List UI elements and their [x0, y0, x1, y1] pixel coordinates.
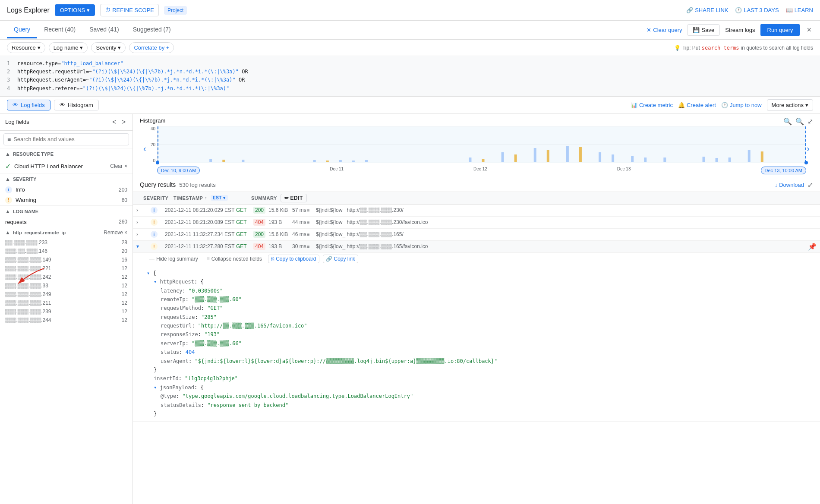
- pin-button[interactable]: 📌: [808, 243, 817, 251]
- chevron-up-icon: ▲: [5, 151, 10, 157]
- expand-arrow-icon[interactable]: ›: [136, 219, 143, 225]
- create-metric-button[interactable]: 📊 Create metric: [631, 102, 673, 108]
- eye-icon: 👁: [13, 102, 18, 108]
- sub-tab-histogram[interactable]: 👁 Histogram: [54, 100, 99, 110]
- hist-dot-right[interactable]: [804, 161, 808, 164]
- sort-asc-icon: ↑: [205, 195, 207, 200]
- copy-link-button[interactable]: 🔗 Copy link: [323, 255, 358, 263]
- clear-button[interactable]: Clear: [110, 163, 123, 169]
- filter-row: Resource ▾ Log name ▾ Severity ▾ Correla…: [0, 40, 820, 56]
- info-severity-icon: i: [151, 207, 158, 214]
- row-timestamp: 2021-12-11 11:32:27.234 EST: [165, 231, 236, 237]
- ip-item[interactable]: ▒▒▒.▒▒▒.▒▒▒.221 12: [0, 264, 132, 273]
- log-row[interactable]: › i 2021-12-11 11:32:27.234 EST GET 200 …: [133, 229, 820, 241]
- stream-logs-button[interactable]: Stream logs: [725, 27, 755, 33]
- pencil-icon: ✏: [284, 195, 289, 201]
- row-status: 404: [253, 219, 268, 225]
- tab-saved[interactable]: Saved (41): [82, 22, 126, 38]
- close-button[interactable]: ×: [805, 24, 813, 36]
- zoom-in-icon[interactable]: 🔍: [783, 117, 792, 126]
- remove-button[interactable]: Remove ×: [104, 230, 127, 236]
- chevron-up-icon: ▲: [5, 208, 10, 214]
- options-button[interactable]: OPTIONS ▾: [55, 4, 95, 16]
- remove-x-icon[interactable]: ×: [124, 163, 127, 169]
- edit-badge[interactable]: ✏ EDIT: [281, 194, 307, 202]
- panel-nav-right[interactable]: >: [120, 117, 127, 127]
- save-button[interactable]: 💾 Save: [687, 24, 720, 36]
- correlate-by-chip[interactable]: Correlate by +: [129, 42, 174, 53]
- row-status: 200: [253, 207, 268, 213]
- ip-item[interactable]: ▒▒▒.▒▒▒.▒▒▒.244 12: [0, 316, 132, 324]
- expand-arrow-icon[interactable]: ›: [136, 207, 143, 213]
- ip-item[interactable]: ▒▒▒.▒▒▒.▒▒▒.33 12: [0, 281, 132, 290]
- chevron-down-icon: ▾: [118, 44, 121, 51]
- log-name-chip[interactable]: Log name ▾: [49, 42, 88, 53]
- latency-icon: ≡: [307, 244, 310, 249]
- log-detail: — Hide log summary ≡ Collapse nested fie…: [133, 253, 820, 422]
- run-query-button[interactable]: Run query: [760, 24, 800, 36]
- ip-field-header: ▲ http_request.remote_ip Remove ×: [0, 227, 132, 238]
- tab-suggested[interactable]: Suggested (7): [126, 22, 178, 38]
- row-severity: i: [143, 231, 165, 238]
- expand-icon[interactable]: ⤢: [807, 117, 813, 126]
- expand-button[interactable]: ⤢: [807, 181, 813, 189]
- refine-scope-button[interactable]: ⏱ REFINE SCOPE: [100, 4, 159, 16]
- download-button[interactable]: ↓ Download: [775, 182, 804, 188]
- hist-dot-left[interactable]: [156, 161, 159, 164]
- log-row-expanded[interactable]: ▾ ! 2021-12-11 11:32:27.280 EST GET 404 …: [133, 241, 820, 253]
- sub-tab-log-fields[interactable]: 👁 Log fields: [7, 100, 50, 110]
- query-results-count: 530 log results: [179, 182, 216, 188]
- ip-item[interactable]: ▒▒▒.▒▒▒.▒▒▒.149 16: [0, 255, 132, 264]
- row-size: 193 B: [268, 219, 292, 225]
- results-table: › i 2021-12-11 08:21:20.029 EST GET 200 …: [133, 205, 820, 504]
- log-name-requests-item[interactable]: requests 260: [0, 217, 132, 227]
- histogram-nav-right[interactable]: ›: [807, 144, 810, 154]
- learn-button[interactable]: 📖 LEARN: [786, 7, 813, 13]
- resource-type-section-header[interactable]: ▲ RESOURCE TYPE: [0, 148, 132, 160]
- ip-item[interactable]: ▒▒.▒▒▒.▒▒▒.233 28: [0, 238, 132, 247]
- histogram-nav-left[interactable]: ‹: [143, 144, 146, 154]
- tab-recent[interactable]: Recent (40): [37, 22, 82, 38]
- query-editor[interactable]: 1 resource.type="http_load_balancer" 2 h…: [0, 56, 820, 97]
- last-3-days-button[interactable]: 🕐 LAST 3 DAYS: [735, 7, 779, 13]
- clear-query-button[interactable]: ✕ Clear query: [647, 27, 682, 33]
- ip-item[interactable]: ▒▒▒.▒▒.▒▒▒.146 20: [0, 247, 132, 255]
- ip-item[interactable]: ▒▒▒.▒▒▒.▒▒▒.239 12: [0, 307, 132, 316]
- log-row[interactable]: › i 2021-12-11 08:21:20.029 EST GET 200 …: [133, 205, 820, 217]
- resource-chip[interactable]: Resource ▾: [7, 42, 45, 53]
- query-results-title: Query results: [140, 181, 176, 188]
- copy-to-clipboard-button[interactable]: ⎘ Copy to clipboard: [268, 255, 319, 263]
- http-request-expand[interactable]: ▾: [154, 279, 157, 285]
- share-link-button[interactable]: 🔗 SHARE LINK: [686, 7, 728, 13]
- jump-to-now-button[interactable]: 🕐 Jump to now: [721, 102, 762, 108]
- severity-chip[interactable]: Severity ▾: [91, 42, 126, 53]
- end-time-bubble[interactable]: Dec 13, 10:00 AM: [761, 167, 806, 174]
- row-method: GET: [236, 207, 253, 213]
- severity-section-header[interactable]: ▲ SEVERITY: [0, 173, 132, 185]
- est-badge[interactable]: EST ▾: [211, 195, 228, 201]
- start-time-bubble[interactable]: Dec 10, 9:00 AM: [157, 167, 200, 174]
- ip-item[interactable]: ▒▒▒.▒▒▒.▒▒▒.211 12: [0, 299, 132, 307]
- expand-arrow[interactable]: ▾: [147, 270, 150, 276]
- search-fields-input[interactable]: [13, 136, 125, 142]
- left-panel-header: Log fields < >: [0, 114, 132, 131]
- severity-warning-item[interactable]: ! Warning 60: [0, 195, 132, 205]
- zoom-out-icon[interactable]: 🔍: [795, 117, 804, 126]
- histogram-bars: [157, 126, 806, 163]
- log-name-section-header[interactable]: ▲ LOG NAME: [0, 205, 132, 217]
- tab-query[interactable]: Query: [7, 22, 37, 38]
- create-alert-button[interactable]: 🔔 Create alert: [678, 102, 716, 108]
- expand-arrow-icon[interactable]: ›: [136, 231, 143, 237]
- ip-item[interactable]: ▒▒▒.▒▒▒.▒▒▒.249 12: [0, 290, 132, 299]
- severity-info-item[interactable]: i Info 200: [0, 185, 132, 195]
- hide-log-summary-button[interactable]: — Hide log summary: [147, 255, 201, 263]
- col-header-timestamp[interactable]: TIMESTAMP ↑ EST ▾: [173, 195, 251, 201]
- main-content: Log fields < > ≡ ▲ RESOURCE TYPE ✓ Cloud…: [0, 114, 820, 504]
- expand-arrow-icon[interactable]: ▾: [136, 243, 143, 249]
- log-row[interactable]: › ! 2021-12-11 08:21:20.089 EST GET 404 …: [133, 217, 820, 229]
- collapse-nested-fields-button[interactable]: ≡ Collapse nested fields: [204, 255, 265, 263]
- ip-item[interactable]: ▒▒▒.▒▒▒.▒▒▒.242 12: [0, 273, 132, 281]
- panel-nav-left[interactable]: <: [110, 117, 118, 127]
- more-actions-button[interactable]: More actions ▾: [767, 99, 813, 111]
- json-payload-expand[interactable]: ▾: [154, 384, 157, 391]
